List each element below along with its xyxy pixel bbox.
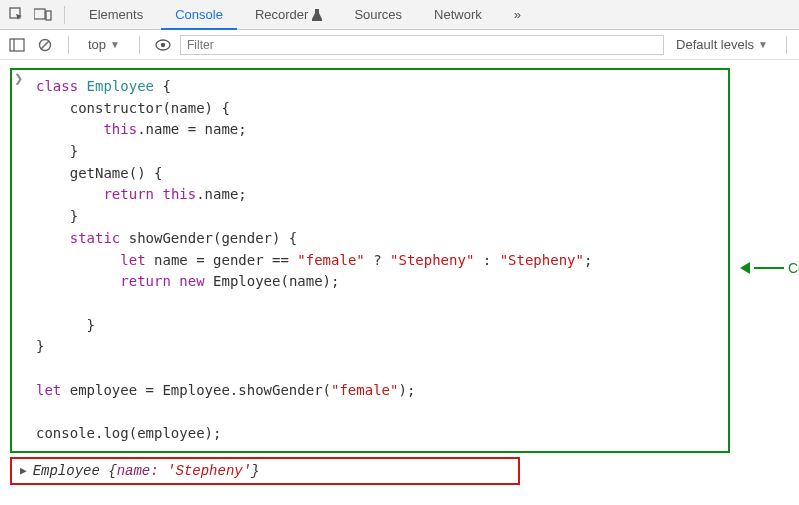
- chevron-down-icon: ▼: [110, 39, 120, 50]
- log-levels-selector[interactable]: Default levels ▼: [670, 37, 774, 52]
- separator: [786, 36, 787, 54]
- output-value: 'Stepheny': [167, 463, 251, 479]
- tab-console[interactable]: Console: [161, 0, 237, 30]
- console-toolbar: top ▼ Default levels ▼: [0, 30, 799, 60]
- svg-line-6: [41, 41, 49, 49]
- svg-point-8: [161, 42, 165, 46]
- output-key: name:: [117, 463, 159, 479]
- code-region[interactable]: class Employee { constructor(name) { thi…: [10, 68, 730, 453]
- separator: [68, 36, 69, 54]
- sidebar-toggle-icon[interactable]: [6, 34, 28, 56]
- filter-input[interactable]: [180, 35, 664, 55]
- output-region[interactable]: ▶ Employee {name: 'Stepheny'}: [10, 457, 520, 485]
- clear-console-icon[interactable]: [34, 34, 56, 56]
- live-expression-icon[interactable]: [152, 34, 174, 56]
- device-toggle-icon[interactable]: [32, 4, 54, 26]
- log-levels-label: Default levels: [676, 37, 754, 52]
- context-selector[interactable]: top ▼: [81, 34, 127, 55]
- tab-sources[interactable]: Sources: [340, 0, 416, 30]
- devtools-tabbar: Elements Console Recorder Sources Networ…: [0, 0, 799, 30]
- input-caret-icon: ❯: [14, 72, 23, 85]
- annotation-code: Code: [740, 260, 799, 276]
- svg-rect-3: [10, 39, 24, 51]
- flask-icon: [312, 9, 322, 21]
- tab-recorder[interactable]: Recorder: [241, 0, 336, 30]
- separator: [64, 6, 65, 24]
- inspect-icon[interactable]: [6, 4, 28, 26]
- console-body: ❯ class Employee { constructor(name) { t…: [0, 60, 799, 493]
- tab-network[interactable]: Network: [420, 0, 496, 30]
- chevron-down-icon: ▼: [758, 39, 768, 50]
- separator: [139, 36, 140, 54]
- svg-rect-2: [46, 11, 51, 20]
- svg-rect-1: [34, 9, 45, 19]
- expand-triangle-icon[interactable]: ▶: [20, 464, 27, 477]
- output-type: Employee: [33, 463, 100, 479]
- tab-more[interactable]: »: [500, 0, 535, 30]
- context-label: top: [88, 37, 106, 52]
- tab-elements[interactable]: Elements: [75, 0, 157, 30]
